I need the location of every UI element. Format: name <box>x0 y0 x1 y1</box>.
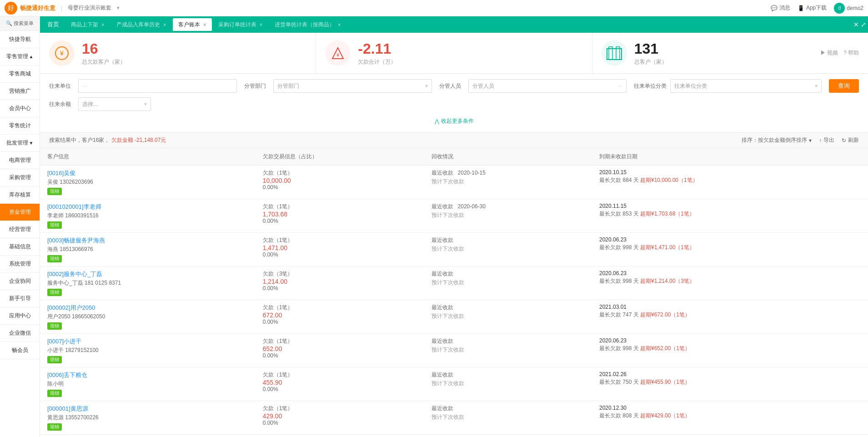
balance-select[interactable]: 选择... ▾ <box>78 97 151 111</box>
sidebar-item-apps[interactable]: 应用中心 <box>0 307 40 325</box>
tab-home[interactable]: 首页 <box>42 18 65 31</box>
overdue-date-3: 2020.06.23 <box>599 270 861 276</box>
message-btn[interactable]: 💬 消息 <box>771 4 790 12</box>
cell-due-date-0: 2020.10.15 最长欠款 884 天 超期¥10,000.00（1笔） <box>592 166 868 199</box>
last-payment-2: 最近收款 <box>431 236 585 244</box>
sidebar-item-purchase[interactable]: 采购管理 <box>0 169 40 186</box>
source-unit-input[interactable]: ··· <box>78 79 237 93</box>
percent-1: 0.00% <box>263 218 417 224</box>
sidebar-item-system[interactable]: 系统管理 <box>0 256 40 273</box>
tab-produce-history[interactable]: 产成品入库单历史 ✕ <box>111 18 172 31</box>
sidebar-item-finance[interactable]: 资金管理 <box>0 204 40 221</box>
amount-5[interactable]: 652.00 <box>263 345 417 352</box>
sidebar-item-basic[interactable]: 基础信息 <box>0 238 40 256</box>
overdue-link-1[interactable]: 超期¥1,703.68（1笔） <box>640 211 695 217</box>
customer-name-6[interactable]: [0006]丢下粮仓 <box>47 371 248 379</box>
amount-1[interactable]: 1,703.68 <box>263 211 417 218</box>
cell-recovery-1: 最近收款 2020-06-30 预计下次收款 <box>424 199 592 233</box>
dropdown-arrow[interactable]: ▾ <box>117 5 120 11</box>
stat-icon-debt-amount: ¥ <box>325 40 351 66</box>
amount-0[interactable]: 10,000.00 <box>263 177 417 184</box>
tab-purchase-stats2[interactable]: 进货单统计表（按商品） ✕ <box>269 18 346 31</box>
sidebar-item-vip[interactable]: 畅会员 <box>0 342 40 359</box>
logo-area: 好 畅捷通好生意 <box>5 2 55 15</box>
last-payment-7: 最近收款 <box>431 405 585 412</box>
tag-xian-1: 现销 <box>47 221 62 229</box>
sidebar-item-newbie[interactable]: 新手引导 <box>0 290 40 307</box>
branch-dept-select[interactable]: 分管部门 ▾ <box>273 79 432 93</box>
sidebar-item-corp[interactable]: 企业协同 <box>0 273 40 290</box>
amount-7[interactable]: 429.00 <box>263 412 417 420</box>
sidebar-item-operations[interactable]: 经营管理 <box>0 221 40 238</box>
sidebar-item-ecom[interactable]: 电商管理 <box>0 152 40 169</box>
customer-table: 客户信息 欠款交易信息（占比） 回收情况 到期未收款日期 [0016]吴俊 吴俊… <box>40 148 868 435</box>
fullscreen-icon[interactable]: ⤢ <box>861 21 866 28</box>
tab-product-off-close[interactable]: ✕ <box>101 22 105 27</box>
overdue-date-6: 2021.02.26 <box>599 371 861 377</box>
tab-customer-account-close[interactable]: ✕ <box>203 22 206 27</box>
tab-purchase-stats2-close[interactable]: ✕ <box>337 22 341 27</box>
percent-4: 0.00% <box>263 319 417 325</box>
source-unit-placeholder: ··· <box>82 83 87 89</box>
sidebar-item-quick-nav[interactable]: 快捷导航 <box>0 31 40 48</box>
sidebar-search[interactable]: 🔍 搜索菜单 <box>0 16 40 31</box>
sidebar-item-zero-stats[interactable]: 零售统计 <box>0 117 40 135</box>
sort-label: 排序：按欠款金额倒序排序 <box>742 136 807 144</box>
help-label: 帮助 <box>848 50 859 56</box>
sidebar-item-wechat[interactable]: 企业微信 <box>0 325 40 342</box>
export-btn[interactable]: ↑ 导出 <box>819 136 834 144</box>
cell-due-date-6: 2021.02.26 最长欠款 750 天 超期¥455.90（1笔） <box>592 367 868 401</box>
tab-purchase-stats-close[interactable]: ✕ <box>259 22 263 27</box>
customer-name-4[interactable]: [000002]用户2050 <box>47 304 248 312</box>
amount-4[interactable]: 672.00 <box>263 311 417 319</box>
overdue-days-1: 最长欠款 853 天 超期¥1,703.68（1笔） <box>599 210 861 218</box>
amount-3[interactable]: 1,214.00 <box>263 278 417 285</box>
search-button[interactable]: 查询 <box>829 79 859 93</box>
overdue-link-3[interactable]: 超期¥1,214.00（3笔） <box>640 278 695 284</box>
tab-produce-history-close[interactable]: ✕ <box>163 22 166 27</box>
tab-product-off[interactable]: 商品上下架 ✕ <box>65 18 110 31</box>
amount-2[interactable]: 1,471.00 <box>263 244 417 251</box>
table-row: [0002]服务中心_丁磊 服务中心_丁磊 181 0125 8371 现销 欠… <box>40 266 868 300</box>
stat-icon-total-customers <box>602 40 627 66</box>
tab-customer-account[interactable]: 客户账本 ✕ <box>173 18 212 31</box>
app-download-btn[interactable]: 📱 App下载 <box>798 4 827 12</box>
overdue-link-7[interactable]: 超期¥429.00（1笔） <box>640 412 690 419</box>
sidebar-item-inventory[interactable]: 库存核算 <box>0 186 40 204</box>
sidebar-item-zero-mall[interactable]: 零售商城 <box>0 65 40 83</box>
customer-name-5[interactable]: [0007]小进干 <box>47 337 248 346</box>
sidebar-item-zero-sales[interactable]: 零售管理 ▲ <box>0 48 40 65</box>
overdue-link-6[interactable]: 超期¥455.90（1笔） <box>640 379 690 385</box>
sidebar-item-member[interactable]: 会员中心 <box>0 100 40 117</box>
tab-purchase-stats[interactable]: 采购订单统计表 ✕ <box>213 18 268 31</box>
user-btn[interactable]: d demo2 <box>834 3 863 14</box>
overdue-link-4[interactable]: 超期¥672.00（1笔） <box>640 311 690 318</box>
video-btn[interactable]: ▶ 视频 <box>820 49 838 57</box>
overdue-link-2[interactable]: 超期¥1,471.00（1笔） <box>640 244 695 251</box>
customer-name-3[interactable]: [0002]服务中心_丁磊 <box>47 270 248 278</box>
collapse-row[interactable]: ⋀ 收起更多条件 <box>49 116 859 127</box>
sidebar-item-marketing[interactable]: 营销推广 <box>0 83 40 100</box>
avatar: d <box>834 3 845 14</box>
sidebar-item-batch-mgmt[interactable]: 批发管理 ▼ <box>0 135 40 152</box>
svg-text:¥: ¥ <box>60 50 64 57</box>
refresh-btn[interactable]: ↻ 刷新 <box>842 136 859 144</box>
owed-count-7: 欠款（1笔） <box>263 405 417 412</box>
customer-name-2[interactable]: [0003]畅捷服务尹海燕 <box>47 236 248 245</box>
overdue-link-0[interactable]: 超期¥10,000.00（1笔） <box>640 177 698 183</box>
last-payment-6: 最近收款 <box>431 371 585 379</box>
customer-name-1[interactable]: [0001020001]李老师 <box>47 203 248 211</box>
overdue-days-6: 最长欠款 750 天 超期¥455.90（1笔） <box>599 378 861 386</box>
customer-name-7[interactable]: [000001]黄思源 <box>47 405 248 413</box>
owed-count-5: 欠款（1笔） <box>263 337 417 345</box>
close-all-icon[interactable]: ✕ <box>853 21 859 28</box>
overdue-days-0: 最长欠款 884 天 超期¥10,000.00（1笔） <box>599 176 861 184</box>
amount-6[interactable]: 455.90 <box>263 379 417 386</box>
arrow-icon2: ▼ <box>29 141 34 146</box>
overdue-link-5[interactable]: 超期¥652.00（1笔） <box>640 345 690 352</box>
sort-select[interactable]: 排序：按欠款金额倒序排序 ▾ <box>742 136 812 144</box>
customer-name-0[interactable]: [0016]吴俊 <box>47 169 248 177</box>
help-btn[interactable]: ? 帮助 <box>843 49 859 57</box>
branch-person-input[interactable]: 分管人员 ··· <box>468 79 627 93</box>
source-type-select[interactable]: 往来单位分类 ▾ <box>670 79 822 93</box>
